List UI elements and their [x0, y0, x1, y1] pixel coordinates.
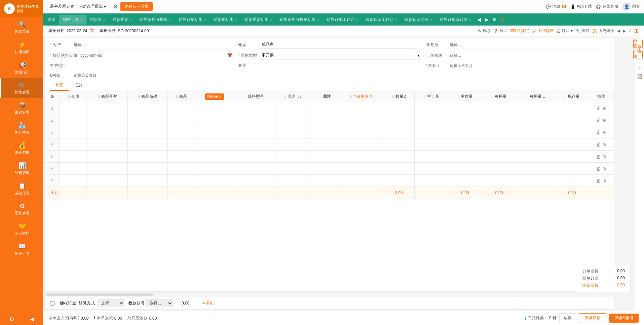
scan-input-btn[interactable]: 扫码录入: [205, 93, 224, 100]
tab-close-icon[interactable]: ✕: [80, 18, 83, 22]
row-image[interactable]: [87, 114, 127, 126]
col-warehouse[interactable]: 仓库: [60, 91, 87, 102]
layout-grid-icon[interactable]: ⊞: [634, 28, 639, 34]
sidebar-item-operations[interactable]: 📊 经营管理: [0, 159, 43, 179]
horizontal-scrollbar[interactable]: [46, 293, 154, 296]
col-scan[interactable]: 扫码录入: [195, 91, 234, 102]
discard-btn[interactable]: 放弃: [559, 313, 576, 323]
tab-summary[interactable]: 汇总: [69, 80, 88, 91]
sidebar-item-purchase[interactable]: 📦 采购管理: [0, 98, 43, 118]
row-qty2[interactable]: [383, 114, 414, 126]
rp-clip-btn[interactable]: 📋: [636, 73, 643, 80]
salesperson-input[interactable]: [448, 41, 603, 48]
save-draft-btn[interactable]: 保存草稿: [579, 313, 606, 323]
col-main-unit[interactable]: 主计量: [414, 91, 448, 102]
shortcut-btn[interactable]: ⌨ 快捷键: [510, 28, 529, 34]
warehouse-more-icon[interactable]: ···: [417, 42, 421, 47]
row-available2[interactable]: [516, 114, 555, 126]
tab-close-icon[interactable]: ✕: [395, 18, 397, 22]
row-qty2[interactable]: [383, 102, 414, 114]
payment-method-select[interactable]: 选择...: [98, 299, 124, 307]
row-image[interactable]: [87, 102, 127, 114]
tab-expense[interactable]: 销售费用分摊单 ✕: [136, 15, 175, 25]
tab-return-history[interactable]: 销货退货历史 ✕: [241, 15, 276, 25]
row-sales-unit[interactable]: [339, 114, 383, 126]
row-copy-icon[interactable]: ⊕: [602, 178, 606, 184]
sidebar-item-guide[interactable]: 📖 新手引导: [0, 239, 43, 259]
row-attribute[interactable]: [311, 114, 339, 126]
tab-order-workbench[interactable]: 销售订单工作台 ✕: [323, 15, 362, 25]
float-add-btn[interactable]: + 物流: [633, 50, 643, 59]
sidebar-item-sales[interactable]: 🛒 销售管理: [0, 78, 43, 98]
account-select[interactable]: 选择...: [146, 299, 173, 307]
save-new-btn[interactable]: 保存&新增: [609, 314, 639, 323]
col-stock[interactable]: 现存量: [555, 91, 589, 102]
sidebar-item-enterprise[interactable]: 🤝 企业协同: [0, 219, 43, 239]
settings-gear-btn[interactable]: ⚙: [113, 3, 118, 10]
row-copy-icon[interactable]: ⊕: [602, 106, 606, 111]
tab-order-history[interactable]: 销售订单历史 ✕: [175, 15, 210, 25]
row-delete-icon[interactable]: 🗑: [596, 130, 601, 135]
tab-close-icon[interactable]: ✕: [430, 18, 432, 22]
tab-close-icon[interactable]: ✕: [169, 18, 172, 22]
invoice-select[interactable]: 不开票 ▾: [260, 51, 421, 59]
row-warehouse[interactable]: [60, 114, 87, 126]
nav-next-icon[interactable]: ▶: [623, 29, 626, 33]
salesperson-more-icon[interactable]: ···: [605, 42, 609, 47]
sidebar-item-marketing[interactable]: 📢 营销推广: [0, 58, 43, 78]
row-product[interactable]: [168, 114, 195, 126]
col-product[interactable]: 商品: [168, 91, 195, 102]
row-copy-icon[interactable]: ⊕: [602, 142, 606, 147]
address-more-icon[interactable]: ···: [229, 64, 233, 68]
online-service-item[interactable]: 🎧 在线客服: [596, 4, 618, 9]
row-copy-icon[interactable]: ⊕: [602, 118, 606, 123]
col-attribute[interactable]: 属性: [311, 91, 339, 102]
row-main-qty[interactable]: [448, 102, 482, 114]
row-stock[interactable]: [555, 102, 589, 114]
tab-close-icon[interactable]: ✕: [235, 18, 237, 22]
row-spec[interactable]: [234, 102, 274, 114]
nav-prev-icon[interactable]: ◀: [617, 29, 620, 33]
tab-close-icon[interactable]: ✕: [317, 18, 319, 22]
user-item[interactable]: 👤 用友: [622, 3, 640, 11]
history-btn[interactable]: 📜 历史单据: [592, 28, 614, 34]
industry-solution-btn[interactable]: 体验行业方案: [120, 2, 153, 11]
row-available2[interactable]: [516, 102, 555, 114]
row-customer-code[interactable]: [274, 102, 311, 114]
tab-detail[interactable]: 明细: [50, 80, 69, 91]
col-qty2[interactable]: 数量2: [383, 91, 414, 102]
system-selector[interactable]: 装备及固定资产辅助管理系统 ▾: [47, 2, 109, 11]
row-copy-icon[interactable]: ⊕: [602, 154, 606, 159]
remark-input[interactable]: [260, 62, 421, 69]
tab-daily-workbench[interactable]: 钱货日清工作台 ✕: [362, 15, 401, 25]
preview-btn[interactable]: 👁 视频: [478, 28, 491, 34]
tab-goods-history[interactable]: 销货单历史 ✕: [210, 15, 241, 25]
col-available2[interactable]: 可用量...: [516, 91, 555, 102]
sidebar-item-basic[interactable]: 📋 基础信息: [0, 179, 43, 199]
tab-close-icon[interactable]: ✕: [103, 18, 106, 22]
profit-btn[interactable]: 📈 毛利预告: [532, 28, 554, 34]
row-delete-icon[interactable]: 🗑: [596, 142, 601, 147]
col-image[interactable]: 商品图片: [87, 91, 127, 102]
row-code[interactable]: [127, 114, 168, 126]
tab-stats[interactable]: 销售订单统计表 ✕: [436, 15, 475, 25]
sidebar-item-finance[interactable]: 💰 资金管理: [0, 138, 43, 159]
customer-input[interactable]: [72, 41, 227, 48]
sidebar-item-system[interactable]: ⚙ 系统管理: [0, 199, 43, 219]
date-picker-icon[interactable]: 📅: [228, 53, 233, 58]
tab-close-all-btn[interactable]: ✕: [498, 14, 507, 25]
tab-close-icon[interactable]: ✕: [204, 18, 206, 22]
float-settings-btn[interactable]: ⚙ 设置: [633, 39, 643, 48]
row-copy-icon[interactable]: ⊕: [602, 130, 606, 135]
col-customer-code[interactable]: 客户... ℹ: [274, 91, 311, 102]
tab-prev-btn[interactable]: ◀: [475, 15, 483, 24]
col-code[interactable]: 商品编码: [127, 91, 168, 102]
row-available[interactable]: [482, 114, 516, 126]
row-warehouse[interactable]: [60, 126, 87, 138]
address-input[interactable]: [72, 62, 227, 69]
customer-more-icon[interactable]: ···: [229, 42, 233, 47]
tab-next-btn[interactable]: ▶: [483, 15, 491, 24]
tab-return[interactable]: 销货退货 ✕: [109, 15, 136, 25]
quick-payment-check[interactable]: [50, 301, 54, 306]
layout-list-icon[interactable]: ≡: [629, 28, 632, 34]
